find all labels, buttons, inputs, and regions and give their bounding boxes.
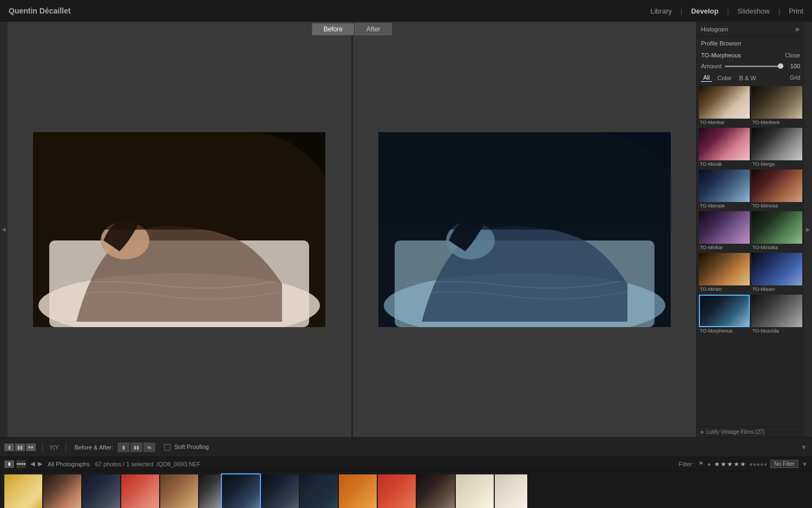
- filter-tab-color[interactable]: Color: [715, 74, 734, 82]
- filmstrip-thumb-13[interactable]: [456, 474, 494, 508]
- filmstrip-thumb-14[interactable]: [495, 474, 527, 508]
- filter-tab-bw[interactable]: B & W: [737, 74, 758, 82]
- view-btn-grid[interactable]: ■■■■: [16, 460, 26, 468]
- amount-slider[interactable]: [725, 66, 783, 67]
- expand-icon[interactable]: ▶: [796, 26, 800, 32]
- profile-item-mintaka[interactable]: TO-Mintaka: [751, 211, 802, 251]
- profile-name-mimosa: TO-Mimosa: [751, 202, 802, 210]
- profile-item-menkent[interactable]: TO-Menkent: [751, 86, 802, 126]
- ba-swap-btn[interactable]: ⇆: [143, 442, 155, 452]
- profile-row: TO-Minkar TO-Mintaka: [699, 211, 802, 251]
- profile-name-minkar: TO-Minkar: [699, 244, 750, 251]
- profile-thumb-menkent: [751, 86, 802, 119]
- profile-thumb-merak: [699, 128, 750, 160]
- soft-proofing-toggle[interactable]: Soft Proofing: [164, 444, 209, 451]
- filmstrip-thumb-8[interactable]: [261, 474, 299, 508]
- filter-section: Filter : ⚑ ● ★ ★ ★ ★ ★ ●●●●● No Filter ▼: [679, 460, 808, 468]
- close-profile-btn[interactable]: Close: [785, 52, 800, 58]
- current-profile-row: TO-Morpheous Close: [697, 50, 804, 61]
- single-view-icon[interactable]: ▮: [4, 444, 14, 451]
- profile-thumb-muscida: [751, 295, 802, 327]
- thumb-img-10: [339, 474, 377, 508]
- nav-slideshow[interactable]: Slideshow: [738, 7, 770, 15]
- next-photo-btn[interactable]: ▶: [38, 460, 42, 467]
- soft-proofing-checkbox[interactable]: [164, 444, 171, 451]
- filmstrip-thumb-5[interactable]: [160, 474, 198, 508]
- grid-view-icon[interactable]: ■■: [26, 444, 36, 451]
- toolbar-collapse-btn[interactable]: ▼: [800, 444, 808, 451]
- profile-item-merope[interactable]: TO-Merope: [699, 170, 750, 210]
- yy-label: Y|Y: [49, 444, 59, 451]
- filmstrip-thumb-1[interactable]: [4, 474, 42, 508]
- profile-name-misam: TO-Misam: [751, 285, 802, 293]
- amount-value: 100: [787, 63, 800, 69]
- filmstrip-thumb-4[interactable]: [121, 474, 159, 508]
- profile-item-misam[interactable]: TO-Misam: [751, 253, 802, 293]
- selected-file-info: /QD8_0693.NEF: [156, 461, 200, 467]
- thumb-img-6: [199, 474, 221, 508]
- profile-item-menkar[interactable]: TO-Menkar: [699, 86, 750, 126]
- before-tab[interactable]: Before: [312, 23, 354, 35]
- thumb-img-7: [222, 474, 260, 508]
- lutify-section[interactable]: ▶ Lutify Vintage Films (27): [697, 426, 804, 437]
- all-photos-label: All Photographs: [48, 461, 90, 467]
- filmstrip-thumb-7[interactable]: [222, 474, 260, 508]
- profile-item-miram[interactable]: TO-Miram: [699, 253, 750, 293]
- filmstrip-thumb-3[interactable]: [82, 474, 120, 508]
- filmstrip-thumb-10[interactable]: [339, 474, 377, 508]
- ba-left-btn[interactable]: ▮: [117, 442, 129, 452]
- thumb-img-12: [417, 474, 455, 508]
- profile-browser-label: Profile Browser: [701, 40, 742, 47]
- histogram-label[interactable]: Histogram: [701, 26, 728, 32]
- filter-tab-all[interactable]: All: [701, 74, 712, 82]
- thumb-img-11: [378, 474, 416, 508]
- profile-item-morpheous[interactable]: TO-Morpheous: [699, 295, 750, 335]
- current-profile-name: TO-Morpheous: [701, 52, 741, 58]
- thumb-img-5: [160, 474, 198, 508]
- filmstrip-thumb-12[interactable]: [417, 474, 455, 508]
- side-by-side-icon[interactable]: ▮▮: [15, 444, 25, 451]
- thumb-img-3: [82, 474, 120, 508]
- profile-name-muscida: TO-Muscida: [751, 327, 802, 335]
- filmstrip-nav: ◀ ▶ All Photographs 67 photos / 1 select…: [30, 460, 201, 467]
- profile-row: TO-Miram TO-Misam: [699, 253, 802, 293]
- profile-item-minkar[interactable]: TO-Minkar: [699, 211, 750, 251]
- left-panel-toggle[interactable]: ◀: [0, 22, 8, 437]
- filmstrip-thumb-11[interactable]: [378, 474, 416, 508]
- profile-browser-header: Profile Browser: [697, 37, 804, 50]
- filmstrip-thumb-9[interactable]: [300, 474, 338, 508]
- profile-item-merak[interactable]: TO-Merak: [699, 128, 750, 168]
- grid-view-btn[interactable]: Grid: [790, 75, 800, 81]
- center-view: Before After: [8, 22, 696, 437]
- nav-library[interactable]: Library: [651, 7, 672, 15]
- filmstrip-thumb-2[interactable]: [43, 474, 81, 508]
- profile-item-muscida[interactable]: TO-Muscida: [751, 295, 802, 335]
- nav-print[interactable]: Print: [789, 7, 803, 15]
- before-after-tabs: Before After: [312, 22, 392, 37]
- right-panel-toggle[interactable]: ▶: [804, 22, 812, 437]
- view-btn-1[interactable]: ▮: [4, 460, 14, 468]
- after-tab[interactable]: After: [355, 23, 391, 35]
- profile-row: TO-Morpheous TO-Muscida: [699, 295, 802, 335]
- flag-filter-icon[interactable]: ⚑: [698, 460, 704, 467]
- color-filter-icon[interactable]: ●: [707, 461, 711, 467]
- view-mode-label: Before & After:: [75, 444, 114, 451]
- filmstrip-thumb-6[interactable]: [199, 474, 221, 508]
- prev-photo-btn[interactable]: ◀: [30, 460, 35, 467]
- filter-collapse-icon[interactable]: ▼: [802, 461, 808, 467]
- profile-row: TO-Merak TO-Merga: [699, 128, 802, 168]
- profile-item-merga[interactable]: TO-Merga: [751, 128, 802, 168]
- nav-develop[interactable]: Develop: [691, 7, 719, 15]
- profile-item-mimosa[interactable]: TO-Mimosa: [751, 170, 802, 210]
- right-sidebar: Histogram ▶ Profile Browser TO-Morpheous…: [696, 22, 804, 437]
- main-area: ◀ Before After: [0, 22, 812, 437]
- profile-thumb-merope: [699, 170, 750, 202]
- no-filter-badge[interactable]: No Filter: [770, 460, 798, 468]
- expand-arrow-icon: ▶: [701, 429, 704, 434]
- stars-filter[interactable]: ★ ★ ★ ★ ★: [714, 460, 746, 468]
- thumb-img-2: [43, 474, 81, 508]
- profile-thumb-morpheous: [699, 295, 750, 327]
- svg-rect-10: [378, 132, 671, 327]
- profile-name-merope: TO-Merope: [699, 202, 750, 210]
- ba-split-btn[interactable]: ▮▮: [130, 442, 142, 452]
